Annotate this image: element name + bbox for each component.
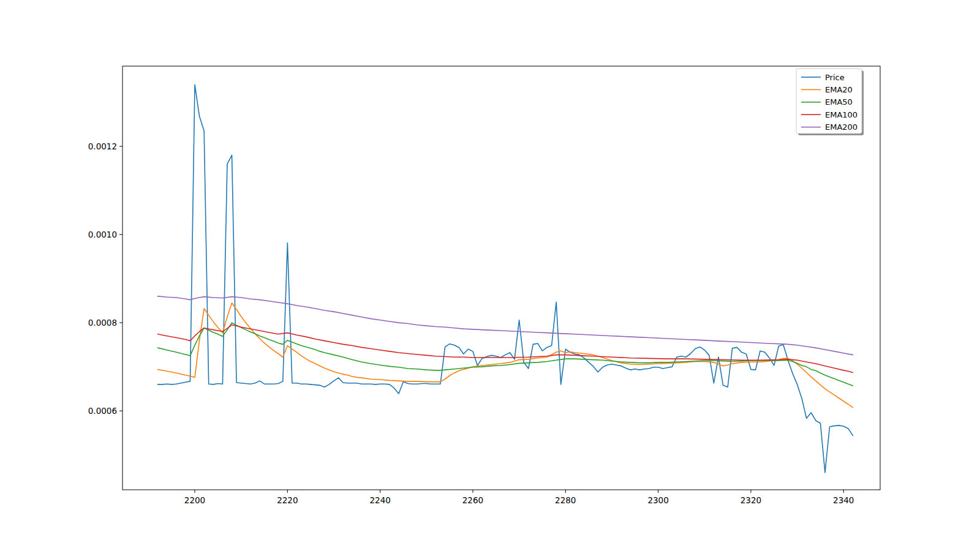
y-tick-label: 0.0012 bbox=[88, 141, 117, 151]
x-tick-label: 2200 bbox=[184, 495, 205, 505]
legend-label-ema20: EMA20 bbox=[825, 85, 853, 94]
y-tick-label: 0.0008 bbox=[88, 318, 117, 328]
x-tick-label: 2340 bbox=[833, 495, 854, 505]
legend-label-price: Price bbox=[825, 73, 845, 82]
legend-label-ema200: EMA200 bbox=[825, 122, 858, 132]
x-tick-label: 2220 bbox=[277, 495, 298, 505]
y-tick-label: 0.0010 bbox=[88, 230, 117, 239]
legend-label-ema100: EMA100 bbox=[825, 110, 858, 119]
y-tick-label: 0.0006 bbox=[88, 406, 117, 416]
line-chart: 220022202240226022802300232023400.00060.… bbox=[0, 0, 980, 551]
x-tick-label: 2280 bbox=[555, 495, 576, 505]
legend-label-ema50: EMA50 bbox=[825, 97, 853, 107]
x-tick-label: 2240 bbox=[369, 495, 390, 505]
plot-area bbox=[123, 66, 880, 490]
x-tick-label: 2260 bbox=[462, 495, 483, 505]
x-tick-label: 2300 bbox=[647, 495, 668, 505]
figure: 220022202240226022802300232023400.00060.… bbox=[0, 0, 980, 551]
x-tick-label: 2320 bbox=[741, 495, 761, 505]
